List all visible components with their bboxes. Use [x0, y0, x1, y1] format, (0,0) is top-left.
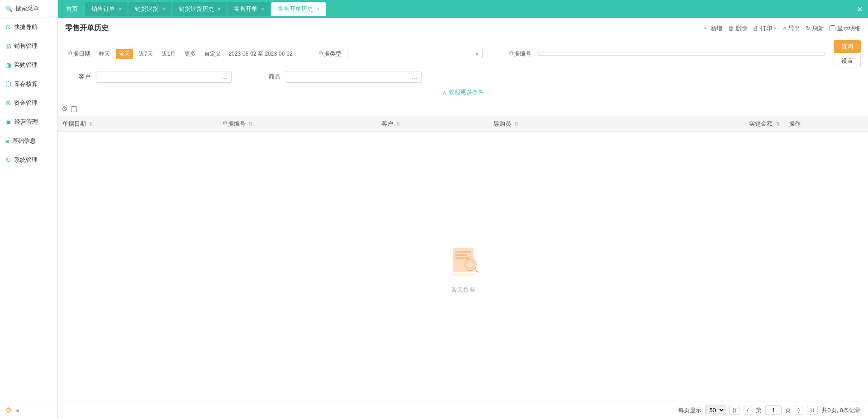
sidebar-item-label-finance: 资金管理 — [14, 99, 38, 107]
tab-sales-order[interactable]: 销售订单 × — [85, 2, 128, 16]
tab-sales-return-history-close[interactable]: × — [218, 6, 220, 12]
empty-illustration — [443, 240, 484, 280]
tab-retail-open[interactable]: 零售开单 × — [228, 2, 270, 16]
table-select-all[interactable] — [71, 106, 77, 112]
total-info: 共0页, 0条记录 — [821, 406, 861, 414]
sidebar-item-sales-mgmt[interactable]: ◎ 销售管理 — [0, 37, 57, 56]
order-type-label: 单据类型 — [316, 50, 342, 58]
last-page-btn[interactable]: ⟩⟩ — [807, 406, 818, 415]
sidebar: 🔍 搜索采单 ⊙ 快捷导航 ◎ 销售管理 ◑ 采购管理 ⬡ 库存核算 ⊛ 资金管… — [0, 0, 58, 419]
col-customer-label: 客户 — [381, 120, 393, 127]
plus-icon: ＋ — [703, 24, 709, 33]
tab-retail-open-close[interactable]: × — [261, 6, 264, 12]
col-date-label: 单据日期 — [62, 120, 86, 127]
empty-text: 暂无数据 — [451, 286, 475, 294]
show-detail-label: 显示明细 — [837, 24, 861, 33]
sidebar-item-sys-mgmt[interactable]: ↻ 系统管理 — [0, 151, 57, 169]
export-icon: ↗ — [782, 25, 787, 32]
sidebar-item-purchase-mgmt[interactable]: ◑ 采购管理 — [0, 56, 57, 75]
customer-input[interactable]: ... — [96, 71, 232, 83]
prev-page-btn[interactable]: ⟨ — [744, 406, 752, 415]
goods-dots[interactable]: ... — [412, 73, 417, 81]
col-action: 操作 — [784, 116, 868, 132]
show-detail-check[interactable] — [830, 25, 835, 31]
sidebar-item-quick-nav[interactable]: ⊙ 快捷导航 — [0, 18, 57, 37]
page-suffix-label: 页 — [785, 406, 791, 414]
page-number-input[interactable] — [765, 405, 782, 415]
today-btn[interactable]: 今天 — [116, 49, 133, 59]
collapse-filter-btn[interactable]: ∧ 收起更多条件 — [65, 86, 861, 98]
print-button-label: 打印 — [760, 24, 772, 33]
tab-retail-open-history[interactable]: 零售开单历史 × — [271, 2, 326, 16]
finance-icon: ⊛ — [5, 99, 11, 107]
window-close-icon[interactable]: ✕ — [857, 5, 863, 14]
col-action-label: 操作 — [789, 120, 801, 127]
tab-retail-open-history-close[interactable]: × — [317, 6, 319, 12]
refresh-button[interactable]: ↻ 刷新 — [806, 24, 824, 33]
settings-button[interactable]: 设置 — [834, 55, 861, 67]
tab-home[interactable]: 首页 — [60, 2, 84, 16]
table-gear-icon[interactable]: ⚙ — [62, 105, 67, 113]
sidebar-item-basic-info[interactable]: ≡ 基础信息 — [0, 132, 57, 151]
print-button[interactable]: 🖨 打印 ▾ — [753, 24, 776, 33]
sidebar-item-ops-mgmt[interactable]: ▣ 经营管理 — [0, 113, 57, 132]
delete-button[interactable]: 🗑 删除 — [728, 24, 747, 33]
data-table: 单据日期 ⇅ 单据编号 ⇅ 客户 ⇅ 导购员 ⇅ — [58, 116, 868, 132]
main-area: 首页 销售订单 × 销货退货 × 销货退货历史 × 零售开单 × 零售开单历史 … — [58, 0, 868, 419]
collapse-sidebar-icon[interactable]: ◂ — [15, 406, 19, 414]
col-customer[interactable]: 客户 ⇅ — [377, 116, 489, 132]
page-header: 零售开单历史 ＋ 新增 🗑 删除 🖨 打印 ▾ — [58, 18, 868, 102]
customer-filter-label: 客户 — [65, 73, 90, 81]
next-page-btn[interactable]: ⟩ — [795, 406, 803, 415]
refresh-icon: ↻ — [806, 25, 811, 32]
tab-sales-return-close[interactable]: × — [162, 6, 165, 12]
per-page-select[interactable]: 50 — [705, 405, 726, 415]
sidebar-search[interactable]: 🔍 搜索采单 — [0, 0, 57, 18]
tab-retail-open-history-label: 零售开单历史 — [278, 5, 313, 13]
col-amount[interactable]: 实销金额 ⇅ — [625, 116, 784, 132]
new-button-label: 新增 — [711, 24, 722, 33]
order-type-chevron: ▾ — [475, 51, 479, 57]
last-month-btn[interactable]: 近1月 — [159, 49, 179, 59]
query-button[interactable]: 查询 — [834, 40, 861, 53]
per-page-label: 每页显示 — [678, 406, 702, 414]
col-salesperson-label: 导购员 — [493, 120, 511, 127]
tab-sales-return-history[interactable]: 销货退货历史 × — [172, 2, 227, 16]
sidebar-bottom: ⚙ ◂ — [0, 401, 57, 419]
sidebar-item-finance[interactable]: ⊛ 资金管理 — [0, 94, 57, 113]
svg-line-7 — [474, 268, 478, 272]
svg-rect-3 — [455, 254, 467, 256]
date-filter: 昨天 今天 近7天 近1月 更多 自定义 2023-06-02 至 2023-0… — [96, 49, 293, 59]
col-date[interactable]: 单据日期 ⇅ — [58, 116, 218, 132]
pagination: 每页显示 50 ⟨⟨ ⟨ 第 页 ⟩ ⟩⟩ 共0页, 0条记录 — [58, 401, 868, 419]
tab-home-label: 首页 — [66, 5, 78, 13]
filter-row-2: 客户 ... 商品 ... — [65, 71, 861, 83]
col-number[interactable]: 单据编号 ⇅ — [218, 116, 377, 132]
custom-btn[interactable]: 自定义 — [201, 49, 224, 59]
new-button[interactable]: ＋ 新增 — [703, 24, 722, 33]
order-no-input[interactable] — [537, 52, 825, 56]
order-type-select[interactable]: ▾ — [347, 49, 483, 59]
sidebar-search-label: 搜索采单 — [15, 5, 39, 13]
col-customer-sort: ⇅ — [396, 121, 400, 127]
goods-input[interactable]: ... — [286, 71, 422, 83]
export-button-label: 导出 — [788, 24, 800, 33]
more-btn[interactable]: 更多 — [181, 49, 199, 59]
show-detail-checkbox[interactable]: 显示明细 — [830, 24, 861, 33]
chevron-up-icon: ∧ — [442, 89, 447, 96]
tab-sales-order-close[interactable]: × — [119, 6, 121, 12]
col-salesperson[interactable]: 导购员 ⇅ — [489, 116, 625, 132]
sidebar-item-label-ops: 经营管理 — [14, 118, 38, 126]
page-title-row: 零售开单历史 ＋ 新增 🗑 删除 🖨 打印 ▾ — [65, 24, 861, 33]
last7-btn[interactable]: 近7天 — [136, 49, 156, 59]
yesterday-btn[interactable]: 昨天 — [96, 49, 113, 59]
settings-icon[interactable]: ⚙ — [5, 406, 12, 414]
tab-sales-return-history-label: 销货退货历史 — [179, 5, 214, 13]
tab-sales-return[interactable]: 销货退货 × — [128, 2, 171, 16]
customer-dots[interactable]: ... — [222, 73, 228, 81]
sidebar-item-inventory[interactable]: ⬡ 库存核算 — [0, 75, 57, 94]
export-button[interactable]: ↗ 导出 — [782, 24, 800, 33]
inventory-icon: ⬡ — [5, 80, 11, 88]
search-icon: 🔍 — [5, 5, 13, 12]
first-page-btn[interactable]: ⟨⟨ — [729, 406, 740, 415]
